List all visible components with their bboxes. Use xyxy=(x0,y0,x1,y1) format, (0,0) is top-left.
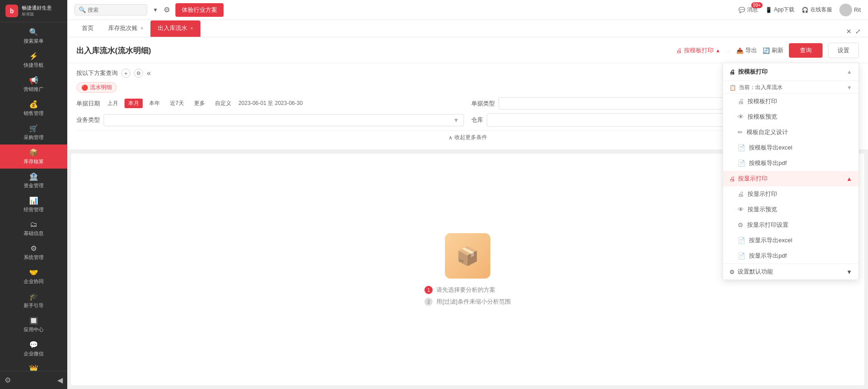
dropdown-display-print[interactable]: 🖨 按显示打印 xyxy=(723,186,858,202)
sidebar-settings-icon[interactable]: ⚙ xyxy=(5,376,11,384)
dropdown-display-pdf[interactable]: 📄 按显示导出pdf xyxy=(723,248,858,264)
date-opt-last-month[interactable]: 上月 xyxy=(104,99,122,108)
sales-icon: 💰 xyxy=(29,100,38,109)
template-custom-icon: ✏ xyxy=(738,129,743,136)
display-section-icon: 🖨 xyxy=(729,175,735,182)
hint-num-1: 1 xyxy=(424,286,433,294)
printer-icon: 🖨 xyxy=(676,47,682,54)
sidebar-collapse-icon[interactable]: ◀ xyxy=(57,376,63,384)
empty-hint-2: 2 用[过滤]条件来缩小分析范围 xyxy=(424,298,510,306)
dropdown-display-excel[interactable]: 📄 按显示导出excel xyxy=(723,233,858,248)
dropdown-template-print[interactable]: 🖨 按模板打印 xyxy=(723,94,858,109)
display-excel-label: 按显示导出excel xyxy=(749,236,792,244)
sidebar-item-guide[interactable]: 🎓 新手引导 xyxy=(0,289,67,313)
sidebar-item-marketing[interactable]: 📢 营销推广 xyxy=(0,72,67,96)
filter-biz-type-select[interactable]: ▼ xyxy=(104,114,464,126)
filter-settings-icon: ⚙ xyxy=(136,70,141,76)
basic-icon: 🗂 xyxy=(30,220,37,229)
template-print-button[interactable]: 🖨 按模板打印 ▲ xyxy=(676,46,720,55)
dropdown-title: 按模板打印 xyxy=(738,68,768,76)
topbar-app-download[interactable]: 📱 App下载 xyxy=(765,6,794,14)
sidebar: b 畅捷通好生意 标准版 🔍 搜索菜单 ⚡ 快捷导航 📢 营销推广 💰 销售管理… xyxy=(0,0,67,389)
dropdown-template-pdf[interactable]: 📄 按模板导出pdf xyxy=(723,155,858,171)
sidebar-item-apps[interactable]: 🔲 应用中心 xyxy=(0,313,67,337)
dropdown-footer[interactable]: ⚙ 设置默认功能 ▼ xyxy=(723,264,858,279)
dropdown-printer-icon: 🖨 xyxy=(729,69,735,75)
dropdown-display-preview[interactable]: 👁 按显示预览 xyxy=(723,202,858,217)
sidebar-item-purchase[interactable]: 🛒 采购管理 xyxy=(0,120,67,145)
filter-type-tag[interactable]: 🔴 流水明细 xyxy=(76,82,117,93)
display-settings-icon: ⚙ xyxy=(738,221,743,229)
dropdown-display-print-settings[interactable]: ⚙ 按显示打印设置 xyxy=(723,217,858,233)
export-button[interactable]: 📤 导出 xyxy=(736,46,757,55)
topbar-user[interactable]: Rit xyxy=(839,4,861,16)
settings-button[interactable]: 设置 xyxy=(828,43,859,58)
tab-maximize-btn[interactable]: ⤢ xyxy=(855,28,861,35)
empty-hint-1: 1 请先选择要分析的方案 xyxy=(424,286,510,294)
topbar-search-box[interactable]: 🔍 xyxy=(75,4,147,15)
sidebar-item-inventory[interactable]: 📦 库存核算 xyxy=(0,145,67,169)
topbar-right-actions: 💬 消息 99+ 📱 App下载 🎧 在线客服 Rit xyxy=(738,4,861,16)
display-excel-icon: 📄 xyxy=(738,237,745,244)
sidebar-item-vip[interactable]: 👑 畅会员 xyxy=(0,361,67,371)
topbar-search-chevron[interactable]: ▼ xyxy=(153,7,158,13)
tab-batch[interactable]: 库存批次账 × xyxy=(101,20,150,37)
filter-biz-type-chevron: ▼ xyxy=(453,117,459,124)
sidebar-item-label: 基础信息 xyxy=(24,230,44,237)
sidebar-item-quick[interactable]: ⚡ 快捷导航 xyxy=(0,48,67,72)
tab-flow-close[interactable]: × xyxy=(190,25,193,31)
sidebar-item-search[interactable]: 🔍 搜索菜单 xyxy=(0,24,67,48)
hint-text-2: 用[过滤]条件来缩小分析范围 xyxy=(436,298,510,306)
topbar-messages[interactable]: 💬 消息 99+ xyxy=(738,6,758,14)
date-opt-more[interactable]: 更多 xyxy=(190,99,209,108)
page-header: 出入库流水(流水明细) 🖨 按模板打印 ▲ ··· 📤 导出 🔄 刷新 🖨 xyxy=(67,37,868,63)
filter-settings-button[interactable]: ⚙ xyxy=(134,69,143,78)
display-preview-icon: 👁 xyxy=(738,206,744,213)
dropdown-template-preview[interactable]: 👁 按模板预览 xyxy=(723,109,858,125)
sidebar-item-operations[interactable]: 📊 经营管理 xyxy=(0,193,67,217)
dropdown-template-excel[interactable]: 📄 按模板导出excel xyxy=(723,140,858,155)
query-button[interactable]: 查询 xyxy=(789,43,823,58)
date-opt-7days[interactable]: 近7天 xyxy=(166,99,188,108)
sidebar-item-sales[interactable]: 💰 销售管理 xyxy=(0,96,67,120)
operations-icon: 📊 xyxy=(29,196,38,205)
topbar-trial-button[interactable]: 体验行业方案 xyxy=(175,3,224,17)
export-icon: 📤 xyxy=(736,47,743,54)
display-section-label: 按显示打印 xyxy=(738,175,768,183)
current-template-chevron[interactable]: ▼ xyxy=(847,85,852,91)
topbar: 🔍 ▼ ⚙ 体验行业方案 💬 消息 99+ 📱 App下载 🎧 在线客服 Rit xyxy=(67,0,868,20)
tab-restore-btn[interactable]: ✕ xyxy=(846,28,852,35)
sidebar-item-label: 应用中心 xyxy=(24,326,44,333)
date-opt-this-year[interactable]: 本年 xyxy=(145,99,164,108)
sidebar-item-label: 系统管理 xyxy=(24,254,44,261)
filter-add-button[interactable]: + xyxy=(121,69,130,78)
topbar-search-input[interactable] xyxy=(88,7,142,13)
sidebar-item-system[interactable]: ⚙ 系统管理 xyxy=(0,240,67,264)
main-content: 🔍 ▼ ⚙ 体验行业方案 💬 消息 99+ 📱 App下载 🎧 在线客服 Rit xyxy=(67,0,868,389)
sidebar-item-wechat[interactable]: 💬 企业微信 xyxy=(0,337,67,361)
tab-home[interactable]: 首页 xyxy=(75,20,101,37)
dropdown-header: 🖨 按模板打印 ▲ xyxy=(723,63,858,81)
marketing-icon: 📢 xyxy=(29,76,38,85)
filter-collapse-button[interactable]: « xyxy=(147,69,151,77)
date-opt-this-month[interactable]: 本月 xyxy=(125,99,143,108)
sidebar-item-finance[interactable]: 🏦 资金管理 xyxy=(0,169,67,193)
apps-icon: 🔲 xyxy=(29,316,38,325)
refresh-button[interactable]: 🔄 刷新 xyxy=(763,46,783,55)
sidebar-item-basic[interactable]: 🗂 基础信息 xyxy=(0,217,67,240)
page-actions: 🖨 按模板打印 ▲ ··· 📤 导出 🔄 刷新 🖨 按模板打印 xyxy=(676,43,859,63)
topbar-gear-icon[interactable]: ⚙ xyxy=(164,5,170,14)
dropdown-template-custom[interactable]: ✏ 模板自定义设计 xyxy=(723,125,858,140)
filter-biz-type-label: 业务类型 xyxy=(76,116,100,124)
sidebar-item-label: 企业协同 xyxy=(24,278,44,285)
date-opt-custom[interactable]: 自定义 xyxy=(211,99,235,108)
template-excel-label: 按模板导出excel xyxy=(749,144,792,152)
dropdown-collapse-icon[interactable]: ▲ xyxy=(847,69,852,75)
sidebar-item-label: 营销推广 xyxy=(24,86,44,93)
tab-flow[interactable]: 出入库流水 × xyxy=(150,20,200,37)
sidebar-item-collab[interactable]: 🤝 企业协同 xyxy=(0,264,67,289)
topbar-customer-service[interactable]: 🎧 在线客服 xyxy=(802,6,832,14)
dropdown-display-section-header[interactable]: 🖨 按显示打印 ▲ xyxy=(723,171,858,186)
hint-num-2: 2 xyxy=(424,298,433,306)
tab-batch-close[interactable]: × xyxy=(140,25,143,31)
